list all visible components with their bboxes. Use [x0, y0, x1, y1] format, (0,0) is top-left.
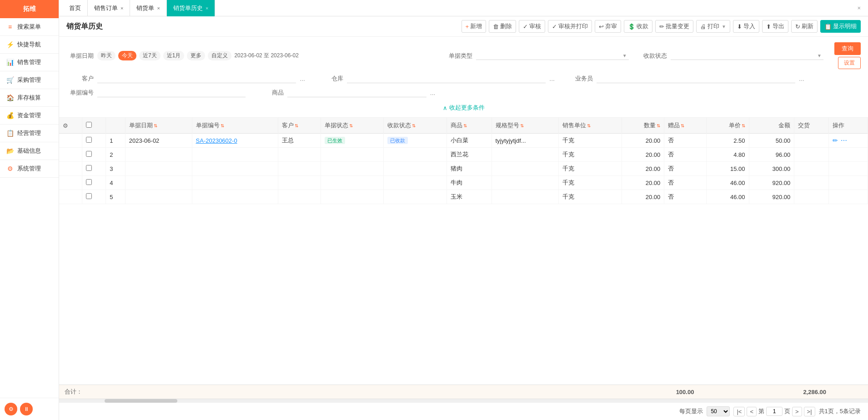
doc-type-select[interactable]: ▼: [476, 52, 629, 60]
tab-home[interactable]: 首页: [63, 0, 88, 16]
collapse-button[interactable]: ∧ 收起更多条件: [66, 102, 861, 114]
sidebar-item-funds[interactable]: 💰 资金管理: [0, 107, 59, 125]
current-page-input[interactable]: [766, 407, 783, 416]
sidebar-settings-icon[interactable]: ⚙: [5, 403, 17, 415]
col-unit[interactable]: 销售单位⇅: [559, 118, 622, 134]
col-doc-no[interactable]: 单据编号⇅: [192, 118, 278, 134]
action-cell[interactable]: [828, 162, 868, 176]
checkbox-cell[interactable]: [82, 190, 106, 204]
col-gift[interactable]: 赠品⇅: [664, 118, 707, 134]
date-chip-more[interactable]: 更多: [187, 51, 205, 60]
col-goods[interactable]: 商品⇅: [447, 118, 492, 134]
col-amount[interactable]: 金额: [749, 118, 794, 134]
prev-page-button[interactable]: <: [747, 407, 757, 416]
checkbox-cell[interactable]: [82, 162, 106, 176]
warehouse-input[interactable]: [347, 74, 546, 83]
sidebar-item-basic[interactable]: 📂 基础信息: [0, 142, 59, 160]
select-all-checkbox[interactable]: [86, 122, 92, 128]
close-all-icon[interactable]: ×: [853, 5, 864, 11]
date-chip-1month[interactable]: 近1月: [163, 51, 185, 60]
export-button[interactable]: ⬆ 导出: [762, 20, 788, 33]
delete-button[interactable]: 🗑 删除: [489, 20, 516, 33]
display-detail-button[interactable]: 📋 显示明细: [820, 20, 861, 33]
action-cell[interactable]: [828, 190, 868, 204]
doc-no-link[interactable]: SA-20230602-0: [196, 137, 237, 144]
date-chip-today[interactable]: 今天: [118, 51, 136, 60]
action-cell[interactable]: [828, 148, 868, 162]
sidebar-item-operations[interactable]: 📋 经营管理: [0, 125, 59, 142]
refresh-button[interactable]: ↻ 刷新: [791, 20, 818, 33]
warehouse-dots[interactable]: ...: [549, 75, 555, 82]
audit-print-button[interactable]: ✓ 审核并打印: [548, 20, 592, 33]
goods-input[interactable]: [287, 88, 426, 97]
query-button[interactable]: 查询: [834, 42, 861, 55]
col-trade[interactable]: 交货: [794, 118, 829, 134]
print-button[interactable]: 🖨 打印 ▼: [696, 20, 730, 33]
tab-sales-delivery[interactable]: 销货单 ×: [130, 0, 166, 16]
date-chip-custom[interactable]: 自定义: [208, 51, 231, 60]
sidebar-item-search[interactable]: ≡ 搜索菜单: [0, 18, 59, 36]
checkbox-cell[interactable]: [82, 148, 106, 162]
scroll-thumb[interactable]: [105, 399, 177, 403]
checkbox-cell[interactable]: [82, 134, 106, 148]
goods-dots[interactable]: ...: [430, 89, 436, 96]
sidebar-item-inventory[interactable]: 🏠 库存核算: [0, 89, 59, 107]
gear-icon[interactable]: ⚙: [63, 122, 68, 129]
col-doc-date[interactable]: 单据日期⇅: [125, 118, 192, 134]
date-chip-7days[interactable]: 近7天: [139, 51, 161, 60]
more-action-icon[interactable]: ⋯: [841, 137, 847, 144]
sidebar-item-label: 库存核算: [17, 94, 41, 102]
doc-no-cell[interactable]: [192, 162, 278, 176]
action-cell[interactable]: ✏⋯: [828, 134, 868, 148]
sidebar-item-quick[interactable]: ⚡ 快捷导航: [0, 36, 59, 54]
set-button[interactable]: 设置: [838, 57, 861, 69]
last-page-button[interactable]: >|: [804, 407, 815, 416]
checkbox-cell[interactable]: [82, 176, 106, 190]
row-checkbox[interactable]: [86, 165, 92, 171]
business-dots[interactable]: ...: [799, 75, 804, 82]
audit-button[interactable]: ✓ 审核: [519, 20, 545, 33]
row-checkbox[interactable]: [86, 137, 92, 143]
collect-button[interactable]: 💲 收款: [624, 20, 652, 33]
new-button[interactable]: + 新增: [462, 20, 487, 33]
col-spec[interactable]: 规格型号⇅: [492, 118, 559, 134]
first-page-button[interactable]: |<: [733, 407, 745, 416]
business-input[interactable]: [597, 74, 795, 83]
import-button[interactable]: ⬇ 导入: [733, 20, 759, 33]
row-checkbox[interactable]: [86, 179, 92, 185]
doc-no-input[interactable]: [97, 88, 246, 97]
customer-dots[interactable]: ...: [300, 75, 305, 82]
col-price[interactable]: 单价⇅: [707, 118, 749, 134]
close-sales-history-icon[interactable]: ×: [206, 5, 208, 11]
doc-no-cell[interactable]: [192, 148, 278, 162]
per-page-select[interactable]: 50 100 200: [707, 406, 730, 416]
horizontal-scrollbar[interactable]: [59, 399, 868, 402]
customer-input[interactable]: [97, 74, 296, 83]
goods-cell: 西兰花: [447, 148, 492, 162]
sidebar-item-purchase[interactable]: 🛒 采购管理: [0, 71, 59, 89]
row-checkbox[interactable]: [86, 193, 92, 199]
sidebar-item-system[interactable]: ⚙ 系统管理: [0, 160, 59, 178]
action-cell[interactable]: [828, 176, 868, 190]
doc-no-cell[interactable]: SA-20230602-0: [192, 134, 278, 148]
col-doc-status[interactable]: 单据状态⇅: [321, 118, 384, 134]
sidebar-pause-icon[interactable]: ⏸: [20, 403, 33, 415]
batch-change-button[interactable]: ✏ 批量变更: [655, 20, 693, 33]
abandon-button[interactable]: ↩ 弃审: [595, 20, 621, 33]
tab-sales-order[interactable]: 销售订单 ×: [88, 0, 130, 16]
doc-no-cell[interactable]: [192, 190, 278, 204]
sidebar-item-sales[interactable]: 📊 销售管理: [0, 54, 59, 71]
collect-status-select[interactable]: ▼: [671, 52, 823, 60]
close-sales-delivery-icon[interactable]: ×: [157, 5, 160, 11]
close-sales-order-icon[interactable]: ×: [120, 5, 123, 11]
doc-no-cell[interactable]: [192, 176, 278, 190]
col-qty[interactable]: 数量⇅: [622, 118, 664, 134]
date-chip-yesterday[interactable]: 昨天: [97, 51, 115, 60]
tab-sales-history[interactable]: 销货单历史 ×: [167, 0, 215, 16]
row-checkbox[interactable]: [86, 151, 92, 157]
edit-action-icon[interactable]: ✏: [833, 137, 838, 144]
col-customer[interactable]: 客户⇅: [278, 118, 321, 134]
col-gear[interactable]: ⚙: [59, 118, 82, 134]
col-collect-status[interactable]: 收款状态⇅: [384, 118, 447, 134]
next-page-button[interactable]: >: [792, 407, 802, 416]
